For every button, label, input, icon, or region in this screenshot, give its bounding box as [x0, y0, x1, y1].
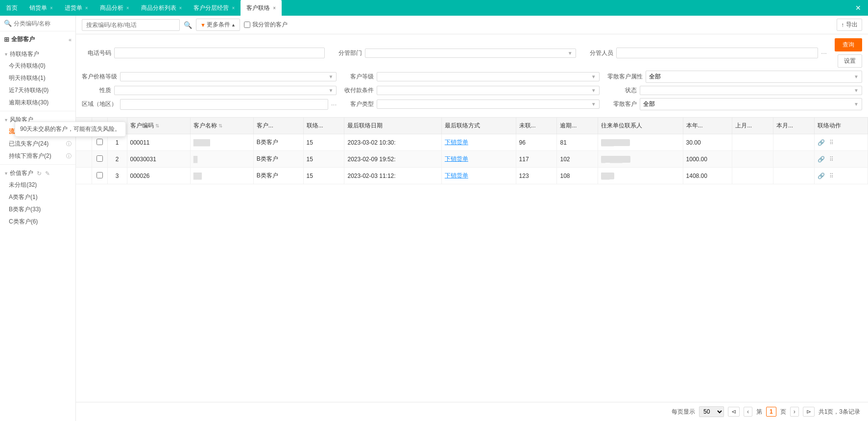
- price-level-select[interactable]: ▼: [120, 72, 337, 81]
- query-button[interactable]: 查询: [835, 38, 862, 51]
- filter-search-button[interactable]: 🔍: [184, 21, 192, 29]
- sidebar-section-pending[interactable]: ▼ 待联络客户: [0, 48, 75, 60]
- action-menu-icon[interactable]: ⠿: [829, 173, 834, 179]
- table-row: 1 000011 ████ B类客户 15 2023-03-02 10:30: …: [76, 134, 868, 151]
- filter-search-input[interactable]: [82, 19, 180, 31]
- tab-goods-analysis-list-close[interactable]: ×: [179, 5, 182, 11]
- col-code[interactable]: 客户编码 ⇅: [127, 118, 190, 134]
- zero-retail-label: 零散客户: [607, 100, 637, 108]
- zero-retail-attr-label: 零散客户属性: [607, 73, 643, 81]
- filter-panel: 电话号码 分管部门 ▼ 分管人员 ··· 查询 设置: [76, 34, 868, 118]
- row-settings[interactable]: [76, 168, 92, 184]
- tab-customer-segment-close[interactable]: ×: [232, 5, 235, 11]
- tab-purchase[interactable]: 进货单 ×: [59, 0, 94, 16]
- tab-sales[interactable]: 销货单 ×: [24, 0, 59, 16]
- gender-select[interactable]: ▼: [114, 86, 337, 95]
- action-link-icon[interactable]: 🔗: [818, 173, 825, 179]
- tab-customer-link[interactable]: 客户联络 ×: [241, 0, 282, 16]
- customer-level-label: 客户等级: [344, 73, 374, 81]
- filter-row-4: 区域（地区） ··· 客户类型 ▼ 零散客户 全部 ▼: [82, 98, 862, 110]
- sidebar-item-class-c[interactable]: C类客户(6): [0, 216, 75, 228]
- per-page-select[interactable]: 50 100 200: [699, 406, 724, 417]
- sidebar-item-class-a[interactable]: A类客户(1): [0, 191, 75, 203]
- tab-goods-analysis[interactable]: 商品分析 ×: [94, 0, 135, 16]
- phone-input[interactable]: [114, 48, 325, 58]
- tab-customer-segment[interactable]: 客户分层经营 ×: [188, 0, 241, 16]
- filter-field-customer-level: 客户等级 ▼: [344, 72, 599, 81]
- sidebar-item-tomorrow[interactable]: 明天待联络(1): [0, 72, 75, 84]
- row-last-contact-method[interactable]: 下销货单: [441, 151, 516, 168]
- settings-button[interactable]: 设置: [838, 54, 862, 68]
- zero-retail-attr-select[interactable]: 全部 ▼: [646, 71, 862, 83]
- my-customers-label: 我分管的客户: [252, 21, 288, 29]
- row-checkbox[interactable]: [92, 168, 107, 184]
- tab-home-label: 首页: [6, 4, 18, 12]
- arrow-icon: ▼: [4, 52, 8, 57]
- tab-customer-link-close[interactable]: ×: [273, 5, 276, 11]
- refresh-icon[interactable]: ↻: [37, 170, 42, 177]
- row-select-checkbox[interactable]: [96, 139, 103, 145]
- person-input[interactable]: [616, 48, 819, 58]
- zero-retail-value: 全部: [643, 100, 655, 108]
- tab-goods-analysis-list[interactable]: 商品分析列表 ×: [135, 0, 188, 16]
- contact-method-link[interactable]: 下销货单: [445, 172, 468, 179]
- region-input[interactable]: [120, 99, 328, 110]
- action-link-icon[interactable]: 🔗: [818, 156, 825, 163]
- dept-select[interactable]: ▼: [365, 49, 576, 58]
- status-select[interactable]: ▼: [640, 86, 862, 95]
- table-row: 3 000026 ██ B类客户 15 2023-02-03 11:12: 下销…: [76, 168, 868, 184]
- more-conditions-button[interactable]: ▼ 更多条件 ▲: [196, 19, 240, 31]
- sidebar-all-customers[interactable]: ⊞ 全部客户 «: [0, 31, 75, 48]
- col-name[interactable]: 客户名称 ⇅: [190, 118, 253, 134]
- row-select-checkbox[interactable]: [96, 155, 103, 162]
- contact-method-link[interactable]: 下销货单: [445, 155, 468, 162]
- next-page-button[interactable]: ›: [790, 407, 799, 417]
- dept-label: 分管部门: [333, 49, 362, 57]
- row-last-month: [732, 168, 773, 184]
- sidebar-search-input[interactable]: [14, 20, 76, 27]
- window-close-button[interactable]: ✕: [848, 0, 868, 16]
- region-label: 区域（地区）: [82, 100, 117, 108]
- row-last-contact-date: 2023-03-02 10:30:: [344, 134, 441, 151]
- action-link-icon[interactable]: 🔗: [818, 139, 825, 146]
- my-customers-checkbox[interactable]: [244, 22, 250, 28]
- payment-select[interactable]: ▼: [377, 86, 599, 95]
- sidebar-section-value[interactable]: ▼ 价值客户 ↻ ✎: [0, 167, 75, 179]
- customer-type-select[interactable]: ▼: [377, 99, 599, 109]
- tab-home[interactable]: 首页: [0, 0, 24, 16]
- last-page-button[interactable]: ⊳: [803, 407, 815, 417]
- contact-method-link[interactable]: 下销货单: [445, 139, 468, 146]
- row-select-checkbox[interactable]: [96, 172, 103, 178]
- action-menu-icon[interactable]: ⠿: [829, 156, 834, 163]
- sidebar-item-declining[interactable]: 持续下滑客户(2) ⓘ: [0, 150, 75, 162]
- person-more[interactable]: ···: [821, 49, 827, 57]
- sidebar-item-unclassified[interactable]: 未分组(32): [0, 179, 75, 191]
- sidebar-item-today[interactable]: 今天待联络(0): [0, 60, 75, 72]
- tab-purchase-close[interactable]: ×: [85, 5, 88, 11]
- total-records: 共1页，3条记录: [819, 408, 860, 416]
- row-last-contact-method[interactable]: 下销货单: [441, 168, 516, 184]
- row-last-contact-method[interactable]: 下销货单: [441, 134, 516, 151]
- arrow-icon-3: ▼: [4, 171, 8, 176]
- first-page-button[interactable]: ⊲: [728, 407, 740, 417]
- sidebar-item-week[interactable]: 近7天待联络(0): [0, 84, 75, 97]
- filter-field-gender: 性质 ▼: [82, 86, 337, 95]
- row-settings[interactable]: [76, 151, 92, 168]
- sidebar-item-class-b[interactable]: B类客户(33): [0, 203, 75, 216]
- row-checkbox[interactable]: [92, 151, 107, 168]
- action-menu-icon[interactable]: ⠿: [829, 139, 834, 146]
- customer-level-select[interactable]: ▼: [377, 72, 599, 81]
- edit-icon[interactable]: ✎: [45, 170, 50, 177]
- declining-label: 持续下滑客户(2): [9, 152, 51, 160]
- tab-sales-close[interactable]: ×: [50, 5, 53, 11]
- region-more[interactable]: ···: [331, 100, 337, 108]
- arrow-icon-2: ▼: [4, 118, 8, 123]
- export-button[interactable]: ↑ 导出: [837, 19, 862, 31]
- prev-page-button[interactable]: ‹: [744, 407, 752, 417]
- tab-goods-analysis-close[interactable]: ×: [126, 5, 129, 11]
- table-header-row: ⚙ 客户编码 ⇅ 客户名称 ⇅ 客户...: [76, 118, 868, 134]
- sidebar-item-already-churn[interactable]: 已流失客户(24) ⓘ: [0, 138, 75, 150]
- zero-retail-select[interactable]: 全部 ▼: [640, 98, 862, 110]
- sidebar-item-overdue-contact[interactable]: 逾期未联络(30): [0, 97, 75, 109]
- my-customers-checkbox-label[interactable]: 我分管的客户: [244, 21, 288, 29]
